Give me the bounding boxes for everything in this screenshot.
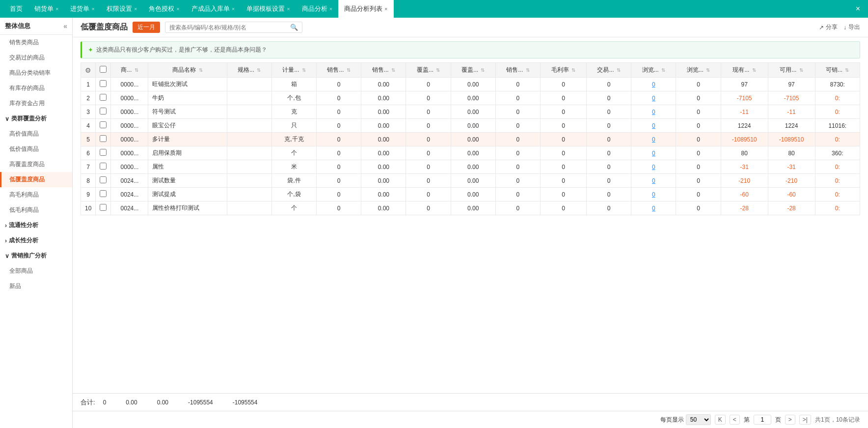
col-browse2-header[interactable]: 浏览... ⇅	[676, 63, 721, 78]
close-icon[interactable]: ×	[232, 6, 235, 12]
close-icon[interactable]: ×	[384, 6, 387, 12]
row-select-checkbox[interactable]	[100, 135, 107, 142]
sidebar: 整体信息 « 销售类商品 交易过的商品 商品分类动销率 有库存的商品 库存资金占…	[0, 18, 73, 428]
sidebar-section-flow[interactable]: › 流通性分析	[0, 218, 72, 233]
row-select-checkbox[interactable]	[100, 163, 107, 170]
nav-sales-order[interactable]: 销货单 ×	[28, 0, 64, 18]
row-select-checkbox[interactable]	[100, 176, 107, 183]
sidebar-item-capital[interactable]: 库存资金占用	[0, 96, 72, 111]
row-spec	[227, 78, 271, 91]
col-unit-header[interactable]: 计量... ⇅	[271, 63, 316, 78]
col-sales-amt-header[interactable]: 销售... ⇅	[361, 63, 406, 78]
nav-goods-analysis[interactable]: 商品分析 ×	[296, 0, 338, 18]
sidebar-item-all-goods[interactable]: 全部商品	[0, 263, 72, 279]
row-spec	[227, 188, 271, 201]
sidebar-section-coverage[interactable]: ∨ 类群覆盖分析	[0, 111, 72, 126]
row-available: 1224	[768, 119, 815, 133]
close-icon[interactable]: ×	[287, 6, 290, 12]
sidebar-item-new-goods[interactable]: 新品	[0, 279, 72, 294]
col-gross-header[interactable]: 毛利率 ⇅	[541, 63, 587, 78]
sidebar-item-low-profit[interactable]: 低毛利商品	[0, 202, 72, 218]
row-sellable: 0:	[815, 160, 860, 174]
nav-product-warehouse[interactable]: 产成品入库单 ×	[186, 0, 241, 18]
nav-goods-analysis-list[interactable]: 商品分析列表 ×	[338, 0, 393, 18]
col-code-header[interactable]: 商... ⇅	[111, 63, 148, 78]
col-cov1-header[interactable]: 覆盖... ⇅	[406, 63, 451, 78]
sidebar-item-low-coverage[interactable]: 低覆盖度商品	[0, 172, 72, 187]
close-icon[interactable]: ×	[329, 6, 332, 12]
settings-icon[interactable]: ⚙	[85, 66, 91, 74]
sidebar-item-high-profit[interactable]: 高毛利商品	[0, 187, 72, 202]
row-name: 属性价格打印测试	[148, 201, 227, 215]
row-select-checkbox[interactable]	[100, 121, 107, 128]
row-cov1: 0	[406, 174, 451, 188]
col-current-header[interactable]: 现有... ⇅	[721, 63, 768, 78]
next-page-button[interactable]: >	[785, 415, 795, 425]
sidebar-section-growth[interactable]: › 成长性分析	[0, 233, 72, 248]
nav-home[interactable]: 首页	[4, 0, 28, 18]
row-name: 多计量	[148, 133, 227, 146]
row-select-checkbox[interactable]	[100, 94, 107, 101]
close-icon[interactable]: ×	[91, 6, 94, 12]
row-select-checkbox[interactable]	[100, 149, 107, 156]
window-close-button[interactable]: ×	[852, 4, 864, 13]
row-browse2: 0	[676, 160, 721, 174]
col-sellable-header[interactable]: 可销... ⇅	[815, 63, 860, 78]
first-page-button[interactable]: K	[715, 415, 726, 425]
row-select-checkbox[interactable]	[100, 204, 107, 211]
row-code: 0000...	[111, 160, 148, 174]
row-cov2: 0.00	[451, 146, 495, 160]
prev-page-button[interactable]: <	[730, 415, 740, 425]
row-select-checkbox[interactable]	[100, 80, 107, 87]
close-icon[interactable]: ×	[55, 6, 58, 12]
row-gross: 0	[541, 91, 587, 105]
search-box: 🔍	[165, 22, 302, 33]
close-icon[interactable]: ×	[134, 6, 137, 12]
col-sales-qty-header[interactable]: 销售... ⇅	[317, 63, 361, 78]
time-filter-button[interactable]: 近一月	[133, 22, 160, 33]
col-cov2-header[interactable]: 覆盖... ⇅	[451, 63, 495, 78]
col-sales-x-header[interactable]: 销售... ⇅	[495, 63, 540, 78]
per-page-select[interactable]: 50 20 100 200	[686, 414, 711, 425]
col-spec-header[interactable]: 规格... ⇅	[227, 63, 271, 78]
row-sales-amt: 0.00	[361, 188, 406, 201]
row-cov1: 0	[406, 188, 451, 201]
col-browse1-header[interactable]: 浏览... ⇅	[631, 63, 676, 78]
sidebar-item-sales-rate[interactable]: 商品分类动销率	[0, 65, 72, 81]
close-icon[interactable]: ×	[176, 6, 179, 12]
sidebar-item-high-coverage[interactable]: 高覆盖度商品	[0, 157, 72, 172]
sidebar-item-high-value[interactable]: 高价值商品	[0, 126, 72, 142]
sidebar-item-low-value[interactable]: 低价值商品	[0, 142, 72, 157]
sidebar-item-traded-goods[interactable]: 交易过的商品	[0, 50, 72, 65]
page-number-input[interactable]	[754, 415, 771, 425]
table-row: 70000...属性米00.0000.0000000-31-310:	[81, 160, 860, 174]
sort-icon: ⇅	[135, 67, 138, 73]
last-page-button[interactable]: >|	[799, 415, 811, 425]
export-button[interactable]: ↓ 导出	[843, 23, 860, 31]
row-spec	[227, 119, 271, 133]
row-checkbox	[96, 91, 111, 105]
select-all-checkbox[interactable]	[100, 66, 107, 73]
nav-roles[interactable]: 角色授权 ×	[143, 0, 185, 18]
col-checkbox	[96, 63, 111, 78]
search-input[interactable]	[169, 24, 290, 31]
nav-purchase[interactable]: 进货单 ×	[64, 0, 100, 18]
row-trade: 0	[587, 188, 631, 201]
collapse-button[interactable]: «	[63, 22, 67, 30]
row-current: -31	[721, 160, 768, 174]
col-trade-header[interactable]: 交易... ⇅	[587, 63, 631, 78]
row-browse2: 0	[676, 91, 721, 105]
table-container[interactable]: ⚙ 商... ⇅ 商品名称 ⇅	[73, 62, 868, 393]
sidebar-item-stock-goods[interactable]: 有库存的商品	[0, 81, 72, 96]
col-name-header[interactable]: 商品名称 ⇅	[148, 63, 227, 78]
col-available-header[interactable]: 可用... ⇅	[768, 63, 815, 78]
row-select-checkbox[interactable]	[100, 108, 107, 114]
col-settings[interactable]: ⚙	[81, 63, 96, 78]
share-button[interactable]: ↗ 分享	[819, 23, 838, 31]
sidebar-item-sales-goods[interactable]: 销售类商品	[0, 35, 72, 50]
row-select-checkbox[interactable]	[100, 190, 107, 197]
nav-template[interactable]: 单据模板设置 ×	[241, 0, 296, 18]
search-icon[interactable]: 🔍	[290, 24, 298, 31]
nav-permissions[interactable]: 权限设置 ×	[101, 0, 143, 18]
sidebar-section-marketing[interactable]: ∨ 营销推广分析	[0, 248, 72, 263]
